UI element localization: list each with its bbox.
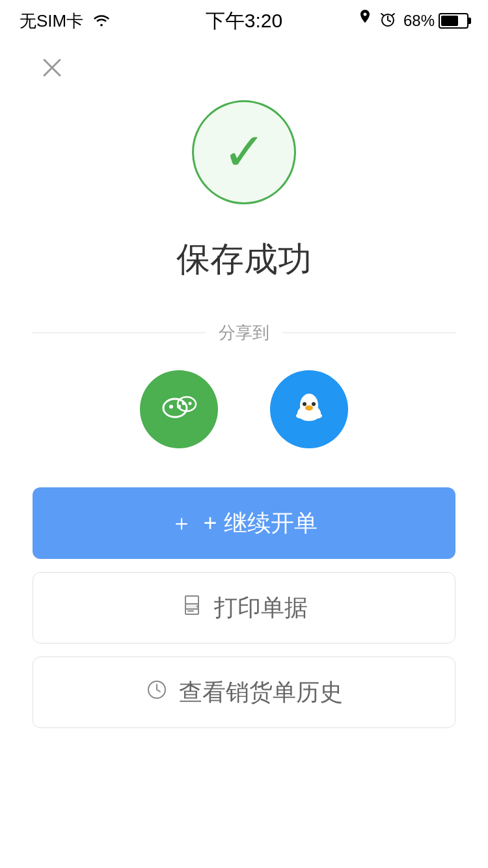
carrier-text: 无SIM卡 — [20, 10, 83, 33]
svg-point-13 — [305, 405, 313, 411]
alarm-icon — [379, 10, 397, 32]
share-label: 分享到 — [219, 321, 269, 344]
status-bar: 无SIM卡 下午3:20 68% — [0, 0, 488, 42]
checkmark-icon: ✓ — [223, 126, 266, 178]
status-time: 下午3:20 — [206, 8, 282, 34]
print-icon — [180, 593, 204, 622]
svg-point-14 — [296, 413, 304, 418]
svg-point-7 — [182, 402, 185, 405]
main-content: ✓ 保存成功 分享到 — [0, 42, 488, 728]
success-title: 保存成功 — [176, 237, 312, 282]
svg-point-11 — [303, 402, 306, 406]
continue-button[interactable]: ＋ + 继续开单 — [33, 487, 455, 559]
svg-rect-19 — [187, 610, 194, 612]
print-label: 打印单据 — [214, 592, 308, 624]
divider-right — [282, 332, 455, 333]
divider-left — [33, 332, 206, 333]
svg-point-5 — [169, 405, 173, 409]
svg-point-20 — [197, 605, 199, 608]
action-buttons: ＋ + 继续开单 打印单据 — [0, 487, 488, 728]
battery-icon — [439, 13, 468, 29]
svg-point-15 — [314, 413, 322, 418]
wechat-share-button[interactable] — [140, 370, 218, 448]
success-circle: ✓ — [192, 100, 296, 204]
plus-icon: ＋ — [170, 508, 193, 538]
history-button[interactable]: 查看销货单历史 — [33, 657, 455, 728]
history-label: 查看销货单历史 — [179, 677, 343, 709]
svg-point-3 — [163, 399, 187, 417]
svg-point-12 — [312, 402, 316, 406]
status-right: 68% — [358, 10, 468, 32]
print-button[interactable]: 打印单据 — [33, 572, 455, 644]
status-left: 无SIM卡 — [20, 10, 112, 33]
continue-label: + 继续开单 — [203, 508, 317, 539]
share-icons — [140, 370, 348, 448]
svg-rect-18 — [187, 608, 197, 610]
qq-share-button[interactable] — [270, 370, 348, 448]
close-button[interactable] — [33, 48, 72, 87]
battery-percent: 68% — [403, 12, 435, 30]
share-section: 分享到 — [0, 321, 488, 448]
wifi-icon — [91, 11, 112, 31]
svg-point-8 — [189, 402, 192, 405]
location-icon — [358, 10, 372, 32]
divider-row: 分享到 — [33, 321, 455, 344]
svg-rect-16 — [185, 596, 198, 604]
battery-indicator: 68% — [403, 12, 468, 30]
history-icon — [145, 678, 169, 707]
svg-point-6 — [177, 405, 181, 409]
